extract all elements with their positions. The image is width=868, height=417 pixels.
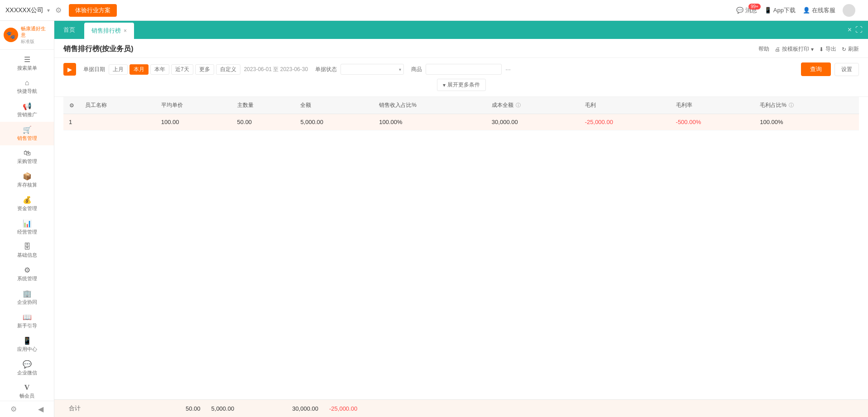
marketing-icon: 📢 (23, 102, 32, 110)
print-dropdown-icon: ▾ (811, 46, 814, 53)
col-settings[interactable]: ⚙ (63, 97, 80, 114)
sidebar-label-appstore: 应用中心 (17, 346, 37, 353)
sidebar-item-member[interactable]: V 畅会员 (0, 380, 54, 401)
export-button[interactable]: ⬇ 导出 (819, 45, 836, 53)
footer-amount: 5,000.00 (211, 405, 235, 412)
date-btn-last-month[interactable]: 上月 (109, 64, 128, 75)
app-download[interactable]: 📱 App下载 (764, 6, 796, 14)
sidebar-label-enterprise: 企业协同 (17, 299, 37, 306)
cell-main-qty: 50.00 (232, 114, 295, 130)
sidebar-item-search[interactable]: ☰ 搜索菜单 (0, 52, 54, 75)
sidebar-item-system[interactable]: ⚙ 系统管理 (0, 262, 54, 286)
app-dl-label: App下载 (773, 6, 796, 14)
trial-button[interactable]: 体验行业方案 (69, 4, 117, 17)
status-filter: 单据状态 ▾ (315, 64, 404, 75)
sidebar-item-wechat[interactable]: 💬 企业微信 (0, 356, 54, 380)
sidebar-item-appstore[interactable]: 📱 应用中心 (0, 333, 54, 356)
sidebar-settings-icon[interactable]: ⚙ (10, 405, 17, 413)
sidebar-item-purchase[interactable]: 🛍 采购管理 (0, 145, 54, 168)
refresh-label: 刷新 (848, 45, 859, 53)
sidebar-label-purchase: 采购管理 (17, 158, 37, 165)
window-expand-icon[interactable]: ⛶ (855, 26, 863, 34)
cell-sales-pct: 100.00% (374, 114, 486, 130)
date-btn-this-year[interactable]: 本年 (150, 64, 169, 75)
sidebar-label-quick: 快捷导航 (17, 88, 37, 95)
cell-avg-price: 100.00 (156, 114, 232, 130)
goods-input[interactable] (426, 64, 502, 75)
col-employee: 员工名称 (80, 97, 156, 114)
status-select[interactable] (340, 64, 404, 75)
cell-gross: -25,000.00 (580, 114, 671, 130)
company-name[interactable]: XXXXXX公司 (5, 6, 43, 14)
col-gross: 毛利 (580, 97, 671, 114)
expand-icon: ▾ (443, 82, 446, 88)
date-range-display: 2023-06-01 至 2023-06-30 (244, 66, 308, 73)
tab-home[interactable]: 首页 (54, 21, 84, 39)
sidebar-label-inventory: 库存核算 (17, 182, 37, 188)
sidebar-item-enterprise[interactable]: 🏢 企业协同 (0, 286, 54, 309)
refresh-button[interactable]: ↻ 刷新 (842, 45, 859, 53)
col-main-qty: 主数量 (232, 97, 295, 114)
settings-button[interactable]: 设置 (834, 63, 859, 76)
status-filter-label: 单据状态 (315, 66, 337, 73)
user-avatar[interactable] (843, 4, 855, 17)
sidebar-label-search: 搜索菜单 (17, 65, 37, 72)
sidebar-item-basic[interactable]: 🗄 基础信息 (0, 239, 54, 262)
data-table: ⚙ 员工名称 平均单价 主数量 全额 销售收入占比% 成本全额 ⓘ 毛利 毛利率 (63, 97, 859, 130)
service-icon: 👤 (803, 7, 810, 14)
data-table-container: ⚙ 员工名称 平均单价 主数量 全额 销售收入占比% 成本全额 ⓘ 毛利 毛利率 (54, 97, 868, 399)
table-footer: 合计 50.00 5,000.00 30,000.00 -25,000.00 (54, 399, 868, 417)
cell-gross-rate: -500.00% (671, 114, 755, 130)
goods-more-icon[interactable]: ··· (505, 66, 511, 73)
gross-pct-info-icon[interactable]: ⓘ (789, 102, 794, 108)
print-label: 按模板打印 (782, 45, 809, 53)
message-badge: 99+ (748, 4, 761, 10)
cell-rank: 1 (63, 114, 80, 130)
tab-sales-ranking[interactable]: 销售排行榜 × (84, 23, 134, 39)
goods-filter: 商品 ··· (411, 64, 511, 75)
refresh-icon: ↻ (842, 46, 846, 53)
message-area[interactable]: 💬 消息 99+ (736, 6, 757, 14)
sidebar-item-operations[interactable]: 📊 经营管理 (0, 216, 54, 239)
print-button[interactable]: 🖨 按模板打印 ▾ (775, 45, 814, 53)
sidebar-item-finance[interactable]: 💰 资金管理 (0, 192, 54, 216)
date-btn-custom[interactable]: 自定义 (216, 64, 240, 75)
goods-filter-label: 商品 (411, 66, 422, 73)
sidebar-item-guide[interactable]: 📖 新手引导 (0, 309, 54, 333)
help-button[interactable]: 帮助 (758, 45, 769, 53)
tab-close-icon[interactable]: × (124, 28, 127, 34)
topbar-settings-icon[interactable]: ⚙ (55, 6, 62, 14)
sales-icon: 🛒 (23, 125, 32, 134)
date-btn-more[interactable]: 更多 (195, 64, 214, 75)
tab-active-label: 销售排行榜 (91, 27, 121, 35)
sidebar-label-wechat: 企业微信 (17, 369, 37, 376)
company-dropdown-icon[interactable]: ▾ (47, 7, 50, 14)
filter-toggle-btn[interactable]: ▶ (63, 63, 76, 76)
sidebar-item-marketing[interactable]: 📢 营销推广 (0, 98, 54, 122)
enterprise-icon: 🏢 (23, 289, 32, 298)
col-amount: 全额 (295, 97, 374, 114)
export-label: 导出 (825, 45, 836, 53)
date-btn-7days[interactable]: 近7天 (171, 64, 193, 75)
date-filter: 单据日期 上月 本月 本年 近7天 更多 自定义 2023-06-01 至 20… (83, 64, 308, 75)
sidebar-item-quick[interactable]: ⌂ 快捷导航 (0, 75, 54, 98)
sidebar-label-operations: 经营管理 (17, 229, 37, 235)
date-btn-this-month[interactable]: 本月 (129, 64, 149, 75)
system-icon: ⚙ (24, 266, 30, 274)
sidebar-nav: ☰ 搜索菜单 ⌂ 快捷导航 📢 营销推广 🛒 销售管理 🛍 采购管理 (0, 50, 54, 401)
window-close-icon[interactable]: × (848, 26, 852, 34)
expand-more-btn[interactable]: ▾ 展开更多条件 (437, 79, 486, 91)
sidebar-item-inventory[interactable]: 📦 库存核算 (0, 168, 54, 192)
sidebar-item-sales[interactable]: 🛒 销售管理 (0, 122, 54, 145)
search-icon: ☰ (24, 55, 30, 64)
cost-info-icon[interactable]: ⓘ (516, 102, 521, 108)
sidebar-label-sales: 销售管理 (17, 135, 37, 142)
page-title: 销售排行榜(按业务员) (63, 44, 134, 54)
date-filter-label: 单据日期 (83, 66, 105, 73)
basic-icon: 🗄 (24, 243, 31, 251)
query-button[interactable]: 查询 (801, 62, 831, 76)
cell-cost: 30,000.00 (486, 114, 580, 130)
inventory-icon: 📦 (23, 172, 32, 181)
online-service[interactable]: 👤 在线客服 (803, 6, 835, 14)
sidebar-collapse-icon[interactable]: ◀ (38, 405, 43, 413)
